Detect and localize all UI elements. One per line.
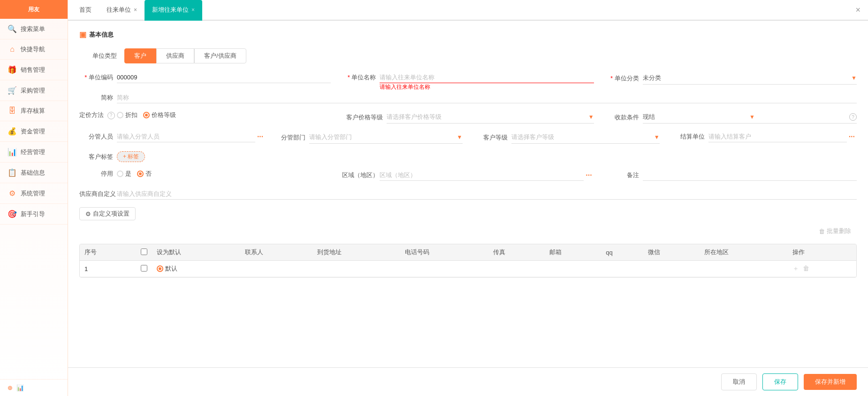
cancel-button[interactable]: 取消	[721, 373, 757, 390]
supplier-custom-content	[117, 188, 857, 200]
unit-type-customer-button[interactable]: 客户	[124, 48, 156, 63]
customer-level-select[interactable]: 请选择客户等级 ▼	[511, 131, 660, 144]
customer-level-content: 请选择客户等级 ▼	[511, 131, 660, 144]
pricing-radio-group-container: 折扣 价格等级	[117, 111, 331, 119]
dept-field: 分管部门 请输入分管部门 ▼	[276, 131, 462, 144]
tab-new-partner[interactable]: 新增往来单位 ×	[145, 0, 202, 21]
unit-category-label: 单位分类	[605, 74, 643, 83]
col-contact: 联系人	[240, 244, 312, 261]
form-row-tags: 客户标签 + 标签	[79, 151, 857, 162]
sidebar-item-inventory[interactable]: 🗄 库存核算	[0, 101, 68, 121]
col-address: 到货地址	[312, 244, 401, 261]
payment-terms-select[interactable]: 现结 ▼ ?	[643, 111, 857, 124]
tab-partners-close[interactable]: ×	[134, 7, 137, 13]
supervisor-input[interactable]	[117, 131, 255, 142]
batch-delete-button[interactable]: 🗑 批量删除	[819, 227, 851, 235]
customer-price-level-placeholder: 请选择客户价格等级	[387, 113, 442, 121]
unit-type-label: 单位类型	[79, 52, 117, 60]
pricing-help-icon[interactable]: ?	[107, 112, 115, 119]
row-default-radio[interactable]: 默认	[157, 264, 236, 273]
tab-new-partner-label: 新增往来单位	[152, 6, 189, 14]
save-and-new-button[interactable]: 保存并新增	[804, 374, 857, 390]
row-phone	[400, 261, 488, 277]
form-row-supervisor: 分管人员 ··· 分管部门 请输入分管部门 ▼ 客户等级	[79, 131, 857, 144]
supervisor-field: 分管人员 ···	[79, 131, 265, 142]
settlement-content: ···	[708, 131, 857, 142]
add-tag-button[interactable]: + 标签	[117, 151, 145, 162]
supervisor-more-button[interactable]: ···	[255, 132, 265, 141]
settings-row: ⚙ 自定义项设置	[79, 207, 857, 220]
table-header-row: 🗑 批量删除	[79, 224, 857, 238]
pricing-radio-price-level[interactable]: 价格等级	[143, 111, 176, 119]
sidebar-item-quick-nav[interactable]: ⌂ 快捷导航	[0, 39, 68, 60]
sidebar-item-newbie[interactable]: 🎯 新手引导	[0, 204, 68, 225]
remark-label: 备注	[605, 171, 643, 179]
batch-delete-icon: 🗑	[819, 228, 825, 235]
region-label: 区域（地区）	[342, 171, 380, 179]
disabled-field: 停用 是 否	[79, 170, 331, 178]
finance-icon: 💰	[8, 127, 17, 136]
tab-new-partner-close[interactable]: ×	[191, 7, 195, 13]
sidebar-item-system[interactable]: ⚙ 系统管理	[0, 183, 68, 204]
batch-delete-label: 批量删除	[827, 227, 851, 235]
save-button[interactable]: 保存	[762, 373, 798, 390]
unit-code-label: 单位编码	[79, 73, 117, 82]
region-more-button[interactable]: ···	[584, 171, 594, 179]
row-add-icon[interactable]: ＋	[792, 264, 799, 273]
payment-terms-help-icon[interactable]: ?	[849, 113, 857, 121]
sidebar-item-finance[interactable]: 💰 资金管理	[0, 121, 68, 142]
row-action-icons: ＋ 🗑	[792, 264, 852, 273]
select-all-checkbox[interactable]	[141, 248, 147, 255]
sidebar-item-operations[interactable]: 📊 经营管理	[0, 142, 68, 163]
unit-category-value: 未分类	[643, 74, 661, 82]
abbr-input[interactable]	[117, 92, 857, 103]
unit-name-input[interactable]	[380, 72, 594, 83]
payment-terms-arrow-icon: ▼	[749, 114, 755, 120]
settlement-input[interactable]	[708, 131, 847, 142]
sidebar-item-base-info[interactable]: 📋 基础信息	[0, 163, 68, 183]
customer-price-level-select[interactable]: 请选择客户价格等级 ▼	[387, 111, 594, 124]
contact-table: 序号 设为默认 联系人 到货地址 电话号码 传真 邮箱 qq 微信 所在地区 操…	[79, 244, 857, 278]
dept-select[interactable]: 请输入分管部门 ▼	[309, 131, 462, 144]
abbr-field: 简称	[79, 92, 857, 103]
disabled-radio-yes[interactable]: 是	[117, 170, 131, 178]
disabled-radio-no[interactable]: 否	[137, 170, 152, 178]
sidebar-item-search[interactable]: 🔍 搜索菜单	[0, 19, 68, 39]
sidebar-item-sales[interactable]: 🎁 销售管理	[0, 60, 68, 80]
close-all-tabs-button[interactable]: ×	[852, 5, 864, 15]
tab-home[interactable]: 首页	[72, 0, 99, 21]
form-row-unit-info: 单位编码 单位名称 请输入往来单位名称 单位分类 未分类 ▼	[79, 72, 857, 85]
custom-settings-button[interactable]: ⚙ 自定义项设置	[79, 207, 136, 220]
supplier-custom-field: 供应商自定义	[79, 188, 857, 200]
pricing-radio-discount-circle	[117, 112, 123, 118]
unit-code-input[interactable]	[117, 72, 331, 83]
region-input[interactable]	[380, 170, 584, 181]
pricing-radio-discount[interactable]: 折扣	[117, 111, 137, 119]
settlement-more-button[interactable]: ···	[847, 132, 857, 141]
unit-type-both-button[interactable]: 客户/供应商	[194, 48, 246, 63]
disabled-radio-group: 是 否	[117, 170, 331, 178]
sidebar-item-label: 快捷导航	[21, 45, 45, 54]
unit-category-select[interactable]: 未分类 ▼	[643, 72, 857, 85]
customer-price-level-content: 请选择客户价格等级 ▼	[387, 111, 594, 124]
form-row-supplier-custom: 供应商自定义	[79, 188, 857, 200]
abbr-content	[117, 92, 857, 103]
remark-input[interactable]	[643, 170, 857, 181]
row-region	[700, 261, 788, 277]
row-delete-icon[interactable]: 🗑	[803, 264, 809, 273]
sidebar-item-label: 经营管理	[21, 148, 45, 156]
footer-bar: 取消 保存 保存并新增	[68, 367, 868, 396]
supplier-custom-input[interactable]	[117, 188, 857, 200]
table-header: 序号 设为默认 联系人 到货地址 电话号码 传真 邮箱 qq 微信 所在地区 操…	[80, 244, 856, 261]
customer-level-arrow-icon: ▼	[654, 134, 660, 140]
row-checkbox[interactable]	[141, 265, 147, 272]
section-icon: ▣	[79, 30, 86, 39]
unit-name-field: 单位名称 请输入往来单位名称	[342, 72, 594, 83]
col-qq: qq	[601, 244, 643, 261]
payment-terms-field: 收款条件 现结 ▼ ?	[605, 111, 857, 124]
unit-type-supplier-button[interactable]: 供应商	[156, 48, 194, 63]
tab-partners[interactable]: 往来单位 ×	[99, 0, 145, 21]
unit-name-label: 单位名称	[342, 73, 380, 82]
customer-level-label: 客户等级	[474, 133, 511, 142]
sidebar-item-purchase[interactable]: 🛒 采购管理	[0, 80, 68, 101]
